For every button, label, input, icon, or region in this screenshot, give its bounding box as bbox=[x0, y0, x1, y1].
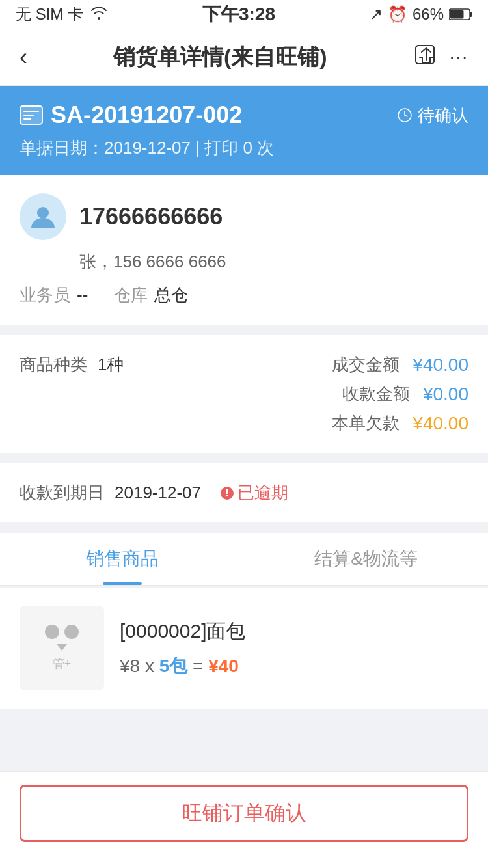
svg-rect-3 bbox=[416, 46, 434, 64]
confirm-order-button[interactable]: 旺铺订单确认 bbox=[20, 785, 468, 842]
customer-phone: 17666666666 bbox=[79, 203, 223, 230]
product-name: [0000002]面包 bbox=[120, 618, 468, 645]
battery-icon bbox=[449, 8, 472, 21]
overdue-dot-icon: ! bbox=[221, 487, 234, 500]
due-date-value: 2019-12-07 bbox=[115, 483, 201, 503]
product-info: [0000002]面包 ¥8 x 5包 = ¥40 bbox=[120, 618, 468, 679]
nav-bar: ‹ 销货单详情(来自旺铺) ··· bbox=[0, 29, 488, 86]
location-icon: ↗ bbox=[370, 5, 383, 23]
more-button[interactable]: ··· bbox=[450, 47, 468, 68]
product-price-formula: ¥8 x 5包 = ¥40 bbox=[120, 654, 468, 679]
product-logo: 管+ bbox=[29, 622, 94, 674]
stats-category: 商品种类 1种 bbox=[20, 353, 224, 376]
product-thumbnail: 管+ bbox=[20, 606, 104, 690]
price-equals: = bbox=[187, 656, 208, 676]
amount-row-0: 成交金额 ¥40.00 bbox=[224, 353, 468, 376]
battery-label: 66% bbox=[413, 5, 444, 23]
price-total: ¥40 bbox=[208, 656, 239, 676]
stats-card: 商品种类 1种 成交金额 ¥40.00 收款金额 ¥0.00 本单欠款 ¥40.… bbox=[0, 335, 488, 453]
amount-label-2: 本单欠款 bbox=[332, 412, 400, 435]
amount-label-0: 成交金额 bbox=[332, 353, 400, 376]
svg-rect-1 bbox=[470, 12, 472, 17]
stats-amounts: 成交金额 ¥40.00 收款金额 ¥0.00 本单欠款 ¥40.00 bbox=[224, 353, 468, 435]
order-icon bbox=[20, 105, 43, 125]
customer-info-row: 17666666666 bbox=[20, 193, 468, 240]
amount-row-1: 收款金额 ¥0.00 bbox=[224, 383, 468, 405]
tab-settlement[interactable]: 结算&物流等 bbox=[244, 533, 488, 585]
product-item-0: 管+ [0000002]面包 ¥8 x 5包 = ¥40 bbox=[0, 588, 488, 709]
order-id: SA-20191207-002 bbox=[20, 102, 242, 129]
svg-rect-2 bbox=[450, 10, 463, 19]
category-value: 1种 bbox=[98, 353, 124, 376]
owl-eye-left bbox=[45, 625, 59, 639]
avatar bbox=[20, 193, 66, 240]
warehouse-label: 仓库 bbox=[114, 284, 148, 306]
owl-eyes-icon bbox=[45, 625, 79, 639]
product-list: 管+ [0000002]面包 ¥8 x 5包 = ¥40 bbox=[0, 588, 488, 709]
owl-eye-right bbox=[64, 625, 79, 639]
clock-icon bbox=[397, 107, 413, 123]
amount-row-2: 本单欠款 ¥40.00 bbox=[224, 412, 468, 435]
status-bar-right: ↗ ⏰ 66% bbox=[370, 5, 472, 23]
wifi-icon bbox=[90, 5, 108, 23]
alarm-icon: ⏰ bbox=[388, 5, 407, 23]
due-date-card: 收款到期日 2019-12-07 ! 已逾期 bbox=[0, 463, 488, 522]
back-button[interactable]: ‹ bbox=[20, 44, 27, 71]
warehouse-value: 总仓 bbox=[154, 284, 188, 306]
overdue-label: 已逾期 bbox=[237, 481, 288, 504]
amount-label-1: 收款金额 bbox=[342, 383, 410, 405]
salesperson-field: 业务员 -- bbox=[20, 284, 88, 306]
status-time: 下午3:28 bbox=[202, 2, 275, 27]
due-date-label: 收款到期日 bbox=[20, 481, 104, 504]
share-button[interactable] bbox=[413, 43, 437, 72]
overdue-badge: ! 已逾期 bbox=[211, 479, 297, 507]
salesperson-value: -- bbox=[77, 285, 88, 305]
order-status: 待确认 bbox=[397, 104, 468, 127]
carrier-label: 无 SIM 卡 bbox=[16, 4, 83, 25]
user-icon bbox=[29, 202, 57, 231]
status-bar: 无 SIM 卡 下午3:28 ↗ ⏰ 66% bbox=[0, 0, 488, 29]
nav-actions: ··· bbox=[413, 43, 468, 72]
customer-meta: 业务员 -- 仓库 总仓 bbox=[20, 284, 468, 306]
order-id-row: SA-20191207-002 待确认 bbox=[20, 102, 468, 129]
category-label: 商品种类 bbox=[20, 353, 87, 376]
amount-value-1: ¥0.00 bbox=[423, 384, 468, 405]
tabs-container: 销售商品 结算&物流等 bbox=[0, 533, 488, 586]
owl-beak-icon bbox=[57, 644, 67, 651]
page-title: 销货单详情(来自旺铺) bbox=[113, 42, 327, 72]
amount-value-2: ¥40.00 bbox=[413, 413, 468, 434]
price-base: ¥8 x bbox=[120, 656, 159, 676]
price-quantity: 5包 bbox=[159, 656, 188, 676]
svg-point-6 bbox=[37, 207, 49, 219]
tab-sales-products[interactable]: 销售商品 bbox=[0, 533, 244, 585]
customer-name: 张，156 6666 6666 bbox=[20, 251, 468, 273]
owl-brand-text: 管+ bbox=[53, 656, 72, 671]
order-date: 单据日期：2019-12-07 | 打印 0 次 bbox=[20, 137, 468, 159]
customer-card: 17666666666 张，156 6666 6666 业务员 -- 仓库 总仓 bbox=[0, 175, 488, 325]
bottom-bar: 旺铺订单确认 bbox=[0, 771, 488, 868]
salesperson-label: 业务员 bbox=[20, 284, 70, 306]
status-bar-left: 无 SIM 卡 bbox=[16, 4, 108, 25]
warehouse-field: 仓库 总仓 bbox=[114, 284, 188, 306]
order-header: SA-20191207-002 待确认 单据日期：2019-12-07 | 打印… bbox=[0, 86, 488, 175]
amount-value-0: ¥40.00 bbox=[413, 355, 468, 375]
